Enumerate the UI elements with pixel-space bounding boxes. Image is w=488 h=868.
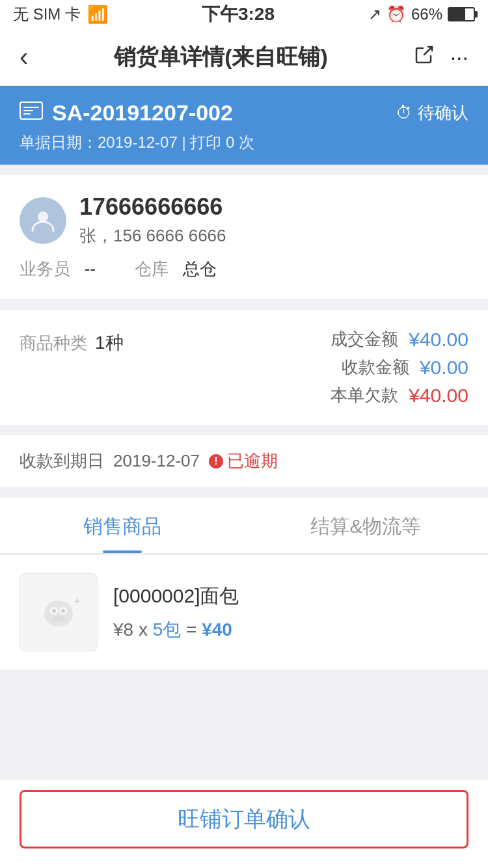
page-title: 销货单详情(来自旺铺) xyxy=(114,42,328,72)
received-amount-label: 收款金额 xyxy=(342,356,409,379)
status-bar-right: ↗ ⏰ 66% xyxy=(368,5,475,23)
battery-text: 66% xyxy=(411,5,442,23)
svg-point-5 xyxy=(52,609,56,613)
product-name: [0000002]面包 xyxy=(113,583,468,610)
battery-icon xyxy=(448,7,475,21)
product-list: + [0000002]面包 ¥8 x 5包 = ¥40 xyxy=(0,555,488,670)
due-amount-label: 本单欠款 xyxy=(331,384,398,407)
deal-amount-value: ¥40.00 xyxy=(409,329,468,351)
tab-sales-products[interactable]: 销售商品 xyxy=(0,498,244,553)
salesperson-value: -- xyxy=(85,259,96,278)
order-header: SA-20191207-002 ⏱ 待确认 单据日期：2019-12-07 | … xyxy=(0,86,488,165)
due-amount-value: ¥40.00 xyxy=(409,385,468,407)
overdue-icon: ! xyxy=(209,454,223,468)
wifi-icon: 📶 xyxy=(87,5,108,25)
carrier-text: 无 SIM 卡 xyxy=(13,4,81,25)
due-date-value: 2019-12-07 xyxy=(113,451,200,471)
received-amount-value: ¥0.00 xyxy=(420,357,468,379)
status-clock-icon: ⏱ xyxy=(396,103,413,123)
status-bar-time: 下午3:28 xyxy=(202,2,275,27)
product-info: [0000002]面包 ¥8 x 5包 = ¥40 xyxy=(113,583,468,642)
product-formula: ¥8 x 5包 = ¥40 xyxy=(113,617,468,642)
formula-total: ¥40 xyxy=(202,619,232,640)
due-date-section: 收款到期日 2019-12-07 ! 已逾期 xyxy=(0,435,488,487)
svg-point-7 xyxy=(52,616,65,622)
product-type-label: 商品种类 xyxy=(20,332,87,355)
salesperson-label: 业务员 xyxy=(20,259,70,278)
customer-name: 张，156 6666 6666 xyxy=(79,224,226,247)
product-type-count: 1种 xyxy=(95,331,124,355)
status-bar: 无 SIM 卡 📶 下午3:28 ↗ ⏰ 66% xyxy=(0,0,488,29)
status-bar-left: 无 SIM 卡 📶 xyxy=(13,4,108,25)
nav-bar: ‹ 销货单详情(来自旺铺) ··· xyxy=(0,29,488,86)
location-icon: ↗ xyxy=(368,5,381,23)
table-row: + [0000002]面包 ¥8 x 5包 = ¥40 xyxy=(0,555,488,670)
order-status: ⏱ 待确认 xyxy=(396,102,468,124)
formula-sep: = xyxy=(181,619,202,640)
svg-point-2 xyxy=(44,601,73,627)
amounts-section: 商品种类 1种 成交金额 ¥40.00 收款金额 ¥0.00 本单欠款 ¥40.… xyxy=(0,309,488,425)
share-button[interactable] xyxy=(414,44,435,70)
status-text: 待确认 xyxy=(418,102,468,124)
tab-settlement-logistics[interactable]: 结算&物流等 xyxy=(244,498,488,553)
overdue-badge: ! 已逾期 xyxy=(209,450,278,472)
order-id: SA-20191207-002 xyxy=(52,100,233,126)
formula-qty: 5包 xyxy=(153,619,182,640)
product-image: + xyxy=(20,573,98,651)
back-button[interactable]: ‹ xyxy=(20,42,28,72)
svg-point-1 xyxy=(38,211,48,222)
formula-prefix: ¥8 x xyxy=(113,619,153,640)
customer-phone: 17666666666 xyxy=(79,193,226,221)
due-date-label: 收款到期日 xyxy=(20,450,104,472)
amounts-right: 成交金额 ¥40.00 收款金额 ¥0.00 本单欠款 ¥40.00 xyxy=(331,328,468,407)
confirm-order-button[interactable]: 旺铺订单确认 xyxy=(20,790,468,848)
tabs-row: 销售商品 结算&物流等 xyxy=(0,498,488,553)
overdue-text: 已逾期 xyxy=(227,450,278,472)
warehouse-label: 仓库 xyxy=(135,259,169,278)
customer-info-row: 业务员 -- 仓库 总仓 xyxy=(20,258,468,280)
warehouse-value: 总仓 xyxy=(183,259,217,278)
svg-point-6 xyxy=(61,609,65,613)
avatar xyxy=(20,197,66,244)
customer-section: 17666666666 张，156 6666 6666 业务员 -- 仓库 总仓 xyxy=(0,175,488,299)
nav-actions: ··· xyxy=(414,44,468,70)
alarm-icon: ⏰ xyxy=(386,5,406,23)
order-type-icon xyxy=(20,102,43,124)
order-meta: 单据日期：2019-12-07 | 打印 0 次 xyxy=(20,132,468,153)
more-button[interactable]: ··· xyxy=(450,44,468,70)
svg-text:+: + xyxy=(74,595,80,606)
bottom-bar: 旺铺订单确认 xyxy=(0,779,488,868)
deal-amount-label: 成交金额 xyxy=(331,328,398,351)
tabs-section: 销售商品 结算&物流等 xyxy=(0,498,488,554)
